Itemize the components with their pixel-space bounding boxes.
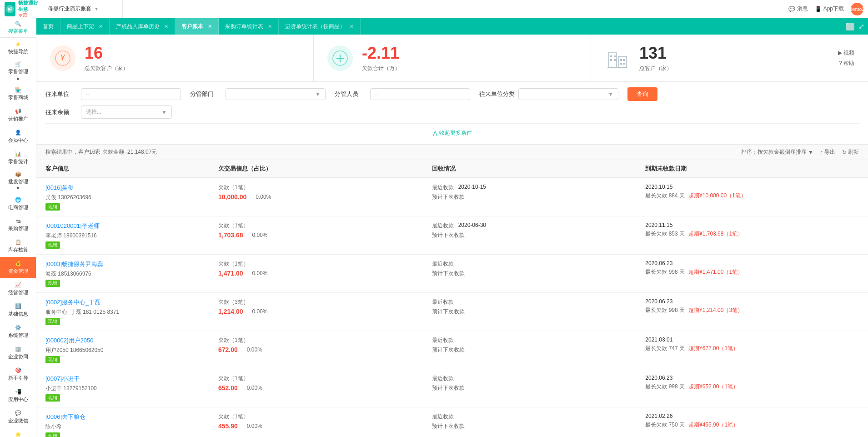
- person-label: 分管人员: [335, 90, 366, 98]
- debt-amount-1[interactable]: 1,703.68: [218, 231, 243, 239]
- tab-purchase-stats-label: 进货单统计表（按商品）: [285, 23, 345, 30]
- quick-nav[interactable]: ⚡ 快捷导航: [0, 38, 36, 59]
- unit-category-select[interactable]: ▼: [518, 88, 618, 100]
- debt-amount-0[interactable]: 10,000.00: [218, 193, 246, 201]
- debt-ratio-1: 0.00%: [252, 232, 268, 238]
- overdue-amount-5[interactable]: 超期¥652.00（1笔）: [688, 383, 738, 391]
- view-video-btn[interactable]: ▶ 视频: [838, 49, 854, 57]
- sidebar-item-enterprise[interactable]: 🏢 企业协同: [0, 342, 36, 364]
- customer-name-6[interactable]: [0006]去下粮仓: [45, 413, 214, 421]
- sidebar-item-inventory[interactable]: 📋 库存核算: [0, 236, 36, 257]
- balance-select[interactable]: 选择... ▼: [81, 105, 172, 119]
- sidebar-item-finance[interactable]: 💰 资金管理: [0, 257, 36, 278]
- retail-store-icon: 🏪: [15, 87, 21, 93]
- ecommerce-icon: 🌐: [15, 197, 21, 203]
- refresh-label: 刷新: [848, 148, 859, 156]
- cell-debt-4: 欠款（1笔） 672.00 0.00%: [218, 337, 432, 363]
- tab-customer-account[interactable]: 客户账本 ✕: [175, 18, 219, 35]
- sidebar-item-enterprise-wechat[interactable]: 💬 企业微信: [0, 407, 36, 428]
- help-btn[interactable]: ? 帮助: [839, 60, 854, 67]
- collapse-btn[interactable]: ⋀ 收起更多条件: [431, 127, 474, 139]
- customer-name-2[interactable]: [0003]畅捷服务尹海蕊: [45, 260, 214, 268]
- customer-name-5[interactable]: [0007]小进干: [45, 375, 214, 383]
- sidebar-item-operations[interactable]: 📈 经营管理: [0, 278, 36, 300]
- refresh-icon: ↻: [842, 149, 847, 156]
- balance-dropdown-icon: ▼: [161, 109, 167, 116]
- sidebar-label-system: 系统管理: [8, 332, 28, 339]
- customer-tag-5: 现销: [45, 394, 60, 402]
- tab-purchase-stats[interactable]: 进货单统计表（按商品） ✕: [279, 18, 361, 35]
- cell-due-0: 2020.10.15 最长欠款 884 天 超期¥10,000.00（1笔）: [645, 184, 859, 211]
- message-icon: 💬: [788, 6, 795, 12]
- person-input[interactable]: ···: [370, 88, 470, 100]
- debt-amount-6[interactable]: 455.90: [218, 422, 238, 430]
- tab-minimize-btn[interactable]: ⬜: [846, 22, 855, 31]
- overdue-amount-3[interactable]: 超期¥1,214.00（3笔）: [688, 306, 743, 314]
- cell-debt-6: 欠款（1笔） 455.90 0.00%: [218, 413, 432, 437]
- tab-close-purchase-stats[interactable]: ✕: [350, 24, 354, 30]
- tab-close-product-shelf[interactable]: ✕: [99, 24, 103, 30]
- sidebar-item-basic-info[interactable]: ℹ️ 基础信息: [0, 300, 36, 321]
- operations-icon: 📈: [15, 282, 21, 288]
- sidebar-item-marketing[interactable]: 📢 营销推广: [0, 105, 36, 126]
- overdue-days-2: 最长欠款 998 天: [645, 268, 685, 276]
- overdue-amount-4[interactable]: 超期¥672.00（1笔）: [688, 345, 738, 352]
- from-unit-input[interactable]: ···: [81, 88, 181, 100]
- debt-amount-2[interactable]: 1,471.00: [218, 270, 243, 277]
- filter-row-1: 往来单位 ··· 分管部门 ▼ 分管人员: [45, 87, 859, 101]
- sidebar-item-member[interactable]: 👤 会员中心: [0, 126, 36, 147]
- store-dropdown-icon: ▼: [94, 6, 99, 11]
- debt-ratio-6: 0.00%: [247, 423, 262, 429]
- user-profile[interactable]: demo2: [851, 3, 863, 15]
- overdue-amount-1[interactable]: 超期¥1,703.68（1笔）: [688, 230, 743, 238]
- tab-maximize-btn[interactable]: ⤢: [858, 22, 864, 31]
- customer-name-3[interactable]: [0002]服务中心_丁磊: [45, 298, 214, 306]
- debt-amount-4[interactable]: 672.00: [218, 346, 238, 353]
- sidebar-label-enterprise-wechat: 企业微信: [8, 417, 28, 424]
- batch-mgmt-icon: 📦: [15, 171, 21, 177]
- sidebar-item-retail-mgmt[interactable]: 🛒 零售管理 ▲: [0, 59, 36, 83]
- table-row: [000002]用户2050 用户2050 18665062050 现销 欠款（…: [36, 331, 868, 369]
- overdue-amount-6[interactable]: 超期¥455.90（1笔）: [688, 421, 738, 429]
- dept-dropdown-icon: ▼: [315, 91, 321, 97]
- app-download-btn[interactable]: 📱 App下载: [815, 5, 844, 13]
- customer-name-1[interactable]: [0001020001]李老师: [45, 222, 214, 230]
- tab-home[interactable]: 首页: [36, 18, 60, 35]
- sidebar-item-newbie[interactable]: 🎯 新手引导: [0, 364, 36, 385]
- sidebar-item-ecommerce[interactable]: 🌐 电商管理: [0, 193, 36, 215]
- search-menu[interactable]: 🔍 搜索菜单: [0, 18, 36, 38]
- tab-purchase-order[interactable]: 采购订单统计表 ✕: [219, 18, 279, 35]
- svg-rect-10: [614, 59, 616, 61]
- store-selector[interactable]: 母婴行业演示账套 ▼: [41, 0, 123, 18]
- filter-dept: 分管部门 ▼: [190, 88, 326, 100]
- sort-select[interactable]: 排序：按欠款金额倒序排序 ▼: [741, 148, 813, 156]
- debt-amount-3[interactable]: 1,214.00: [218, 308, 243, 315]
- sidebar-item-app-center[interactable]: 📲 应用中心: [0, 385, 36, 407]
- sidebar-item-purchase[interactable]: 🛍 采购管理: [0, 215, 36, 236]
- tab-close-customer-account[interactable]: ✕: [208, 24, 212, 30]
- debt-amount-5[interactable]: 652.00: [218, 384, 238, 392]
- last-payment-date-0: 2020-10-15: [458, 184, 486, 191]
- debt-amount-value: -2.11: [362, 44, 400, 63]
- sidebar-label-retail-stats: 零售统计: [8, 158, 28, 165]
- sidebar-item-system[interactable]: ⚙️ 系统管理: [0, 321, 36, 342]
- refresh-btn[interactable]: ↻ 刷新: [842, 148, 859, 156]
- overdue-amount-0[interactable]: 超期¥10,000.00（1笔）: [688, 192, 746, 200]
- customer-phone-1: 李老师 18600391516: [45, 232, 214, 240]
- tab-close-purchase-order[interactable]: ✕: [268, 24, 272, 30]
- tab-close-product-history[interactable]: ✕: [164, 24, 168, 30]
- tab-product-shelf[interactable]: 商品上下架 ✕: [60, 18, 110, 35]
- export-btn[interactable]: ↑ 导出: [820, 148, 835, 156]
- sidebar-item-retail-store[interactable]: 🏪 零售商城: [0, 83, 36, 105]
- sidebar-item-retail-stats[interactable]: 📊 零售统计: [0, 147, 36, 169]
- overdue-amount-2[interactable]: 超期¥1,471.00（1笔）: [688, 268, 743, 276]
- dept-select[interactable]: ▼: [226, 88, 326, 100]
- sidebar-item-vip-member[interactable]: ⭐ 畅会员: [0, 428, 36, 437]
- message-btn[interactable]: 💬 消息: [788, 5, 808, 13]
- sidebar-item-batch-mgmt[interactable]: 📦 批发管理 ▼: [0, 169, 36, 193]
- query-button[interactable]: 查询: [627, 87, 657, 101]
- tab-product-history[interactable]: 产成品入库单历史 ✕: [110, 18, 175, 35]
- customer-name-4[interactable]: [000002]用户2050: [45, 337, 214, 345]
- customer-name-0[interactable]: [0016]吴俊: [45, 184, 214, 192]
- svg-rect-7: [610, 55, 612, 57]
